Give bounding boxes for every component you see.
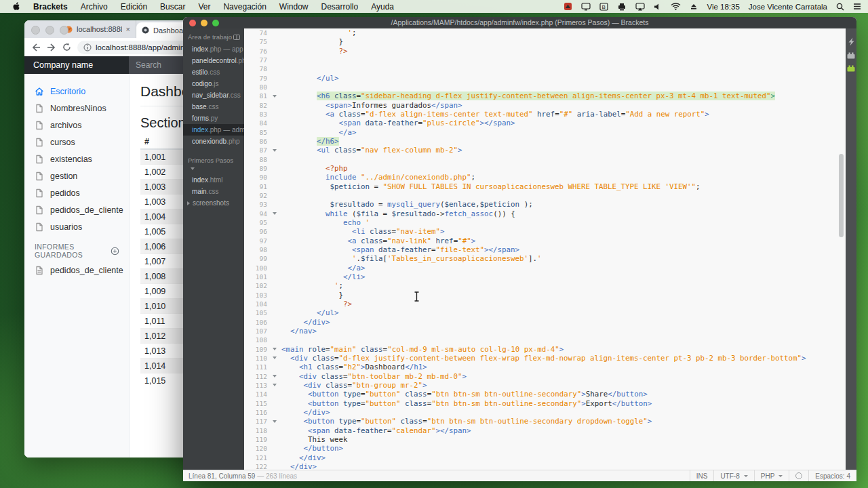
code-line[interactable]: 107 </nav> [244, 327, 846, 336]
code-line[interactable]: 117 <button type="button" class="btn btn… [244, 417, 846, 426]
fold-arrow-icon[interactable] [273, 149, 277, 152]
wifi-icon[interactable] [671, 3, 681, 10]
fold-arrow-icon[interactable] [273, 357, 277, 359]
apple-menu-icon[interactable] [13, 2, 20, 11]
code-line[interactable]: 95 echo ' [244, 218, 846, 227]
menu-item-navegación[interactable]: Navegación [223, 2, 266, 12]
code-line[interactable]: 120 </button> [244, 444, 846, 453]
working-file-forms[interactable]: forms.py [183, 113, 244, 124]
code-line[interactable]: 87 <ul class="nav flex-column mb-2"> [244, 146, 846, 155]
page-info-icon[interactable] [83, 43, 92, 52]
code-line[interactable]: 98 <span data-feather="file-text"></span… [244, 245, 846, 254]
code-line[interactable]: 80 [244, 83, 846, 92]
code-line[interactable]: 79 </ul> [244, 74, 846, 83]
back-icon[interactable] [31, 43, 41, 52]
tab-localhost[interactable]: localhost:8888 × [60, 20, 136, 38]
code-line[interactable]: 103 } [244, 291, 846, 300]
working-file-nav_sidebar[interactable]: nav_sidebar.css [183, 89, 244, 101]
brackets-titlebar[interactable]: /Applications/MAMP/htdocs/app/adminfw/in… [183, 17, 856, 28]
spotlight-search-icon[interactable] [836, 3, 844, 11]
fold-column[interactable] [267, 212, 281, 215]
sidebar-item-gestion[interactable]: gestion [24, 167, 129, 184]
language-selector[interactable]: PHP [754, 470, 789, 481]
code-line[interactable]: 100 </a> [244, 264, 846, 272]
fold-column[interactable] [267, 384, 281, 386]
sidebar-item-usuarios[interactable]: usuarios [24, 218, 129, 235]
fold-arrow-icon[interactable] [273, 375, 277, 378]
sidebar-item-existencias[interactable]: existencias [24, 150, 129, 167]
code-line[interactable]: 115 <button type="button" class="btn btn… [244, 399, 846, 407]
project-file-index[interactable]: index.html [183, 174, 244, 186]
menu-item-window[interactable]: Window [279, 2, 309, 12]
fold-column[interactable] [267, 357, 281, 359]
working-file-index[interactable]: index.php — app [183, 43, 244, 55]
tab-close-icon[interactable]: × [126, 25, 130, 33]
menu-item-buscar[interactable]: Buscar [160, 2, 185, 12]
folder-collapsed-icon[interactable] [187, 201, 190, 205]
code-line[interactable]: 82 <span>Informes guardados</span> [244, 101, 846, 110]
fold-arrow-icon[interactable] [273, 95, 277, 98]
editor-pane[interactable]: 74 ';75 }76 ?>777879 </ul>8081 <h6 class… [244, 28, 846, 470]
app-status-icon[interactable] [564, 2, 572, 11]
editor-scrollbar[interactable] [839, 154, 844, 237]
cursor-position[interactable]: Línea 81, Columna 59 [189, 472, 255, 480]
code-line[interactable]: 76 ?> [244, 47, 846, 56]
project-label[interactable]: Primeros Pasos [188, 157, 240, 171]
menu-app-name[interactable]: Brackets [33, 2, 68, 12]
code-line[interactable]: 78 [244, 64, 846, 73]
code-line[interactable]: 109<main role="main" class="col-md-9 ml-… [244, 344, 846, 353]
forward-icon[interactable] [47, 43, 56, 52]
reload-icon[interactable] [62, 43, 71, 52]
split-view-icon[interactable] [233, 35, 240, 40]
brand[interactable]: Company name [24, 56, 129, 74]
extension-update-icon[interactable] [847, 65, 855, 72]
code-line[interactable]: 93 $resultado = mysqli_query($enlace,$pe… [244, 200, 846, 209]
code-line[interactable]: 88 [244, 155, 846, 164]
insert-mode-indicator[interactable]: INS [690, 470, 714, 481]
code-line[interactable]: 118 <span data-feather="calendar"></span… [244, 426, 846, 434]
working-file-index[interactable]: index.php — adminfw [183, 124, 244, 136]
zoom-window-button[interactable] [212, 20, 219, 26]
code-line[interactable]: 108 [244, 336, 846, 344]
menu-item-archivo[interactable]: Archivo [81, 2, 108, 12]
zoom-window-button[interactable] [60, 26, 68, 35]
fold-arrow-icon[interactable] [273, 420, 277, 423]
code-line[interactable]: 91 $peticion = "SHOW FULL TABLES IN curs… [244, 182, 846, 191]
fold-column[interactable] [267, 348, 281, 350]
code-line[interactable]: 119 This week [244, 435, 846, 444]
menubar-clock[interactable]: Vie 18:35 [707, 3, 739, 11]
code-line[interactable]: 92 [244, 191, 846, 200]
code-line[interactable]: 81 <h6 class="sidebar-heading d-flex jus… [244, 92, 846, 100]
code-line[interactable]: 96 <li class="nav-item"> [244, 227, 846, 236]
fold-arrow-icon[interactable] [273, 348, 277, 350]
sidebar-item-pedidos[interactable]: pedidos [24, 184, 129, 201]
code-line[interactable]: 99 '.$fila['Tables_in_cursoaplicacionesw… [244, 254, 846, 263]
working-file-estilo[interactable]: estilo.css [183, 66, 244, 78]
working-file-paneldecontrol[interactable]: paneldecontrol.php [183, 55, 244, 66]
code-line[interactable]: 112 <div class="btn-toolbar mb-2 mb-md-0… [244, 371, 846, 380]
code-line[interactable]: 101 </li> [244, 272, 846, 281]
sidebar-item-pedidos_de_cliente[interactable]: pedidos_de_cliente [24, 201, 129, 218]
code-line[interactable]: 83 <a class="d-flex align-items-center t… [244, 110, 846, 119]
menu-item-edición[interactable]: Edición [121, 2, 147, 12]
menubar-user[interactable]: Jose Vicente Carratala [749, 3, 827, 11]
airplay-icon[interactable] [635, 3, 645, 11]
code-line[interactable]: 114 <button type="button" class="btn btn… [244, 390, 846, 399]
code-line[interactable]: 97 <a class="nav-link" href="#"> [244, 237, 846, 245]
encoding-selector[interactable]: UTF-8 [713, 470, 753, 481]
code-line[interactable]: 102 '; [244, 281, 846, 290]
report-item-pedidos_de_cliente[interactable]: pedidos_de_cliente [24, 262, 129, 279]
working-file-codigo[interactable]: codigo.js [183, 78, 244, 89]
menu-item-ver[interactable]: Ver [198, 2, 210, 12]
minimize-window-button[interactable] [45, 26, 54, 35]
code-line[interactable]: 74 '; [244, 28, 846, 37]
code-line[interactable]: 90 include "../admin/conexiondb.php"; [244, 173, 846, 182]
code-line[interactable]: 113 <div class="btn-group mr-2"> [244, 381, 846, 390]
live-preview-icon[interactable] [848, 37, 855, 46]
code-line[interactable]: 85 </a> [244, 128, 846, 137]
sidebar-item-escritorio[interactable]: Escritorio [24, 83, 129, 100]
sidebar-item-archivos[interactable]: archivos [24, 117, 129, 134]
code-line[interactable]: 116 </div> [244, 408, 846, 417]
fold-column[interactable] [267, 375, 281, 378]
fold-arrow-icon[interactable] [273, 384, 277, 386]
